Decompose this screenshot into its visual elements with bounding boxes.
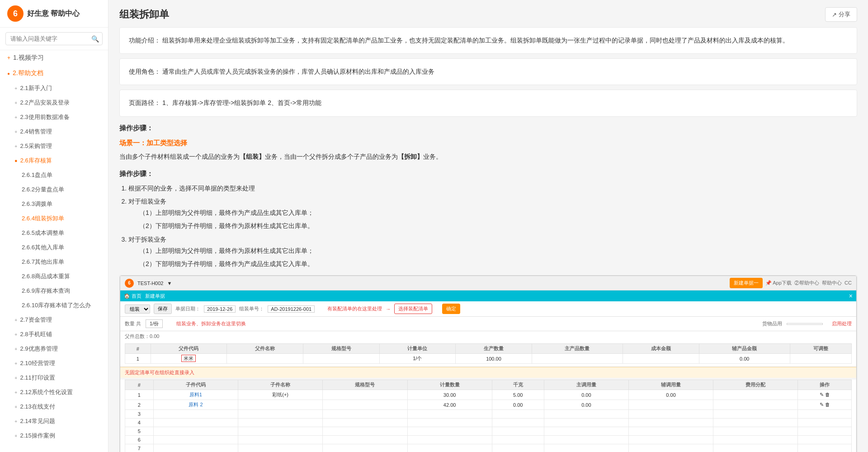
table-row-bottom-2: 2 原料 2 42.00 0.00 0.00 [125, 400, 852, 410]
app-select-btn[interactable]: 选择装配清单 [394, 304, 432, 314]
sub-icon-2-9: + [14, 346, 17, 352]
page-title: 组装拆卸单 [119, 8, 169, 21]
th2-kg: 千克 [492, 380, 544, 390]
app-nav-home: 🏠 首页 [124, 293, 142, 300]
table-row-top-1: 1 米米 1/个 100.00 0.00 [125, 354, 852, 364]
nav-list: 1.视频学习 2.帮助文档 + 2.1新手入门 + 2.2产品安装及登录 + [0, 50, 108, 452]
step-1: 根据不同的业务，选择不同单据的类型来处理 [128, 183, 857, 194]
app-nav-tabs: 新建单据 [145, 293, 165, 300]
app-date-label: 单据日期： [175, 305, 200, 312]
sidebar-item-2-3[interactable]: + 2.3使用前数据准备 [0, 110, 108, 124]
app-logo: 6 [125, 279, 134, 288]
scenario1-intro: 当由多个子件材料组装成一个成品的业务为【组装】业务，当由一个父件拆分成多个子产品… [119, 151, 857, 162]
steps-list: 根据不同的业务，选择不同单据的类型来处理 对于组装业务 （1）上部明细为父件明细… [119, 183, 857, 270]
search-input[interactable] [5, 32, 103, 45]
sub-icon-2-2: + [14, 100, 17, 105]
sidebar-item-2-4[interactable]: + 2.4销售管理 [0, 124, 108, 139]
app-save-btn[interactable]: 保存 [154, 304, 172, 314]
sidebar-item-2-6-2[interactable]: 2.6.2分量盘点单 [0, 182, 108, 197]
main-header: 组装拆卸单 ↗ 分享 [108, 0, 868, 27]
share-label: 分享 [839, 10, 850, 19]
sidebar-item-2-6-8[interactable]: 2.6.8商品成本重算 [0, 269, 108, 284]
content-area: 功能介绍： 组装拆卸单用来处理企业组装或拆卸等加工业务，支持有固定装配清单的产品… [108, 27, 868, 452]
app-close-icon[interactable]: × [849, 292, 853, 300]
sidebar-item-2-6-1-label: 2.6.1盘点单 [22, 171, 52, 179]
sidebar-item-2-15[interactable]: + 2.15操作案例 [0, 428, 108, 443]
func-intro-block: 功能介绍： 组装拆卸单用来处理企业组装或拆卸等加工业务，支持有固定装配清单的产品… [119, 27, 857, 54]
sidebar-sub-2: + 2.1新手入门 + 2.2产品安装及登录 + 2.3使用前数据准备 + 2.… [0, 81, 108, 443]
step-2: 对于组装业务 （1）上部明细为父件明细，最终作为产成品生成其它入库单； （2）下… [128, 196, 857, 232]
share-button[interactable]: ↗ 分享 [825, 7, 857, 22]
sidebar-item-2-6-5-label: 2.6.5成本调整单 [22, 229, 64, 237]
sidebar-item-2-8[interactable]: + 2.8手机旺铺 [0, 327, 108, 342]
step-3-sub-1: （1）上部明细为父件明细，最终作为原材料生成其它出库单； [139, 245, 857, 257]
sidebar-item-1[interactable]: 1.视频学习 [0, 50, 108, 66]
table-row-bottom-5: 5 [125, 427, 852, 436]
th-main-qty: 主产品数量 [532, 344, 623, 354]
app-type-select[interactable]: 组装 拆卸 [125, 305, 150, 314]
sidebar-item-1-header[interactable]: 1.视频学习 [0, 50, 108, 66]
th2-spec: 规格型号 [323, 380, 407, 390]
sidebar-item-2-6-10[interactable]: 2.6.10库存账本错了怎么办 [0, 298, 108, 313]
sidebar-item-2-12[interactable]: + 2.12系统个性化设置 [0, 385, 108, 400]
sidebar-item-2-6-6[interactable]: 2.6.6其他入库单 [0, 240, 108, 255]
logo-icon: 6 [7, 5, 24, 22]
sidebar-item-2-14-label: 2.14常见问题 [20, 417, 55, 425]
th2-sub: 辅调用量 [628, 380, 713, 390]
main-content: 组装拆卸单 ↗ 分享 功能介绍： 组装拆卸单用来处理企业组装或拆卸等加工业务，支… [108, 0, 868, 452]
app-header-bar: 🏠 首页 新建单据 × [120, 290, 856, 301]
table-row-bottom-3: 3 [125, 410, 852, 419]
app-org-value [787, 323, 823, 325]
th-cost: 成本金额 [623, 344, 699, 354]
search-box: 🔍 [0, 28, 108, 50]
sidebar-item-2-1[interactable]: + 2.1新手入门 [0, 81, 108, 95]
sidebar-item-2-6-4[interactable]: 2.6.4组装拆卸单 [0, 211, 108, 226]
ops-section: 操作步骤： 场景一：加工类型选择 当由多个子件材料组装成一个成品的业务为【组装】… [119, 124, 857, 452]
sidebar-item-2-2[interactable]: + 2.2产品安装及登录 [0, 95, 108, 110]
app-dropdown-icon: ▼ [167, 281, 172, 286]
sub-icon-2-15: + [14, 433, 17, 438]
app-new-btn[interactable]: 新建单据一 [730, 278, 763, 288]
sidebar-item-2-6-7[interactable]: 2.6.7其他出库单 [0, 255, 108, 269]
role-desc: 通常由生产人员或库管人员完成拆装业务的操作，库管人员确认原材料的出库和产成品的入… [162, 68, 434, 75]
sub-icon-2-7: + [14, 317, 17, 323]
sidebar-item-2[interactable]: 2.帮助文档 + 2.1新手入门 + 2.2产品安装及登录 + 2.3使用前数据… [0, 66, 108, 443]
sidebar-item-2-6-9[interactable]: 2.6.9库存账本查询 [0, 284, 108, 298]
sub-icon-2-5: + [14, 143, 17, 149]
app-confirm-btn[interactable]: 确定 [442, 304, 460, 314]
sidebar-item-2-9[interactable]: + 2.9优惠券管理 [0, 342, 108, 356]
app-icons: 📌 App下载 ②帮助中心 帮助中心 CC [765, 280, 852, 286]
annotation4: 无固定清单可在组织处直接录入 [125, 369, 194, 376]
sub-icon-2-6: ● [14, 158, 18, 163]
sidebar-item-2-6-5[interactable]: 2.6.5成本调整单 [0, 226, 108, 240]
sidebar-item-2-6-1[interactable]: 2.6.1盘点单 [0, 168, 108, 182]
role-block: 使用角色： 通常由生产人员或库管人员完成拆装业务的操作，库管人员确认原材料的出库… [119, 58, 857, 85]
sidebar-item-2-6-3[interactable]: 2.6.3调拨单 [0, 197, 108, 211]
step-2-sub-1: （1）上部明细为父件明细，最终作为产成品生成其它入库单； [139, 207, 857, 219]
sidebar-item-2-6[interactable]: ● 2.6库存核算 [0, 153, 108, 168]
sidebar-item-2-13[interactable]: + 2.13在线支付 [0, 400, 108, 414]
th2-num: # [125, 380, 154, 390]
sidebar-item-2-6-7-label: 2.6.7其他出库单 [22, 258, 64, 266]
sidebar-item-2-6-6-label: 2.6.6其他入库单 [22, 243, 64, 252]
sub-icon-2-13: + [14, 404, 17, 409]
sidebar-item-1-label: 1.视频学习 [13, 54, 44, 62]
sidebar-item-2-11[interactable]: + 2.11打印设置 [0, 371, 108, 385]
sidebar-item-2-14[interactable]: + 2.14常见问题 [0, 414, 108, 428]
sidebar-item-2-8-label: 2.8手机旺铺 [20, 330, 52, 338]
sidebar-item-2-15-label: 2.15操作案例 [20, 432, 55, 440]
sidebar-item-2-6-10-label: 2.6.10库存账本错了怎么办 [22, 301, 91, 309]
sidebar-item-2-header[interactable]: 2.帮助文档 [0, 66, 108, 81]
step-2-subs: （1）上部明细为父件明细，最终作为产成品生成其它入库单； （2）下部明细为子件明… [128, 207, 857, 232]
path-label: 页面路径： [129, 99, 160, 106]
th2-sub-code: 子件代码 [153, 380, 238, 390]
sidebar-item-2-7[interactable]: + 2.7资金管理 [0, 313, 108, 327]
app-screenshot: 6 TEST-H002 ▼ 新建单据一 📌 App下载 ②帮助中心 帮助中心 C… [120, 276, 857, 452]
step-3: 对于拆装业务 （1）上部明细为父件明细，最终作为原材料生成其它出库单； （2）下… [128, 234, 857, 270]
ops-steps-title: 操作步骤： [119, 170, 857, 178]
sidebar-item-2-5[interactable]: + 2.5采购管理 [0, 139, 108, 153]
app-table-bottom: # 子件代码 子件名称 规格型号 计量数量 千克 主调用量 辅调用量 费用分配 [125, 380, 852, 452]
sidebar-item-2-10[interactable]: + 2.10经营管理 [0, 356, 108, 371]
sub-icon-2-1: + [14, 86, 17, 91]
th-parent-name: 父件名称 [227, 344, 303, 354]
